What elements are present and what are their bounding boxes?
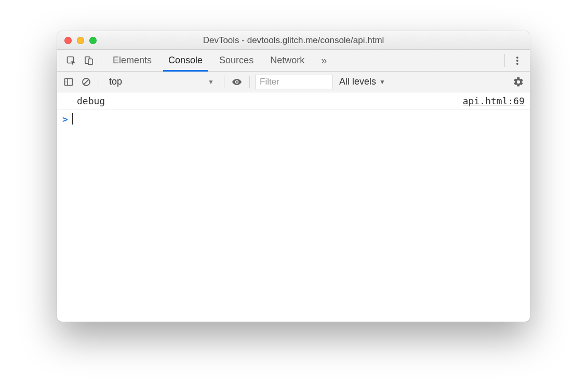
prompt-caret-icon: > (62, 114, 68, 125)
divider (504, 54, 505, 67)
clear-console-icon[interactable] (79, 77, 93, 87)
tab-console[interactable]: Console (160, 50, 211, 71)
device-toolbar-icon[interactable] (80, 50, 98, 71)
tab-overflow[interactable]: » (313, 50, 335, 71)
console-settings-icon[interactable] (511, 76, 526, 88)
tab-label: Sources (219, 55, 253, 66)
log-levels-select[interactable]: All levels ▼ (336, 76, 389, 87)
tab-network[interactable]: Network (262, 50, 313, 71)
console-toolbar: top ▼ All levels ▼ (57, 72, 530, 92)
panel-tabs: Elements Console Sources Network » (104, 50, 335, 71)
overflow-label: » (321, 54, 327, 66)
console-input[interactable] (77, 114, 525, 125)
execution-context-select[interactable]: top ▼ (104, 75, 219, 89)
tab-sources[interactable]: Sources (211, 50, 262, 71)
tab-elements[interactable]: Elements (104, 50, 160, 71)
window-title: DevTools - devtools.glitch.me/console/ap… (57, 35, 530, 46)
chevron-down-icon: ▼ (208, 78, 214, 86)
chevron-down-icon: ▼ (379, 78, 385, 86)
levels-label: All levels (339, 76, 376, 87)
log-message: debug (77, 95, 463, 106)
divider (99, 76, 99, 88)
divider (224, 76, 224, 88)
svg-point-11 (236, 81, 238, 83)
tab-label: Elements (113, 55, 152, 66)
divider (101, 54, 101, 67)
svg-point-3 (516, 57, 518, 59)
kebab-menu-icon[interactable] (508, 50, 527, 71)
console-prompt-row[interactable]: > (57, 110, 530, 128)
close-window-button[interactable] (64, 37, 72, 44)
divider (249, 76, 250, 88)
text-cursor (72, 113, 73, 125)
svg-point-4 (516, 60, 518, 62)
context-value: top (109, 76, 122, 87)
tab-label: Console (168, 55, 203, 66)
filter-input[interactable] (255, 75, 333, 89)
divider (394, 76, 394, 88)
console-log-row: debug api.html:69 (57, 92, 530, 110)
devtools-window: DevTools - devtools.glitch.me/console/ap… (57, 31, 530, 322)
maximize-window-button[interactable] (89, 37, 97, 44)
tab-label: Network (270, 55, 304, 66)
console-output: debug api.html:69 > (57, 92, 530, 322)
svg-line-9 (84, 79, 89, 85)
devtools-tabbar: Elements Console Sources Network » (57, 50, 530, 72)
window-titlebar: DevTools - devtools.glitch.me/console/ap… (57, 31, 530, 50)
minimize-window-button[interactable] (77, 37, 84, 44)
svg-rect-2 (88, 59, 92, 64)
svg-point-5 (516, 63, 518, 65)
inspect-element-icon[interactable] (62, 50, 80, 71)
log-source-link[interactable]: api.html:69 (463, 95, 525, 106)
traffic-lights (64, 37, 97, 44)
console-sidebar-toggle-icon[interactable] (61, 77, 76, 87)
live-expression-icon[interactable] (230, 76, 244, 88)
